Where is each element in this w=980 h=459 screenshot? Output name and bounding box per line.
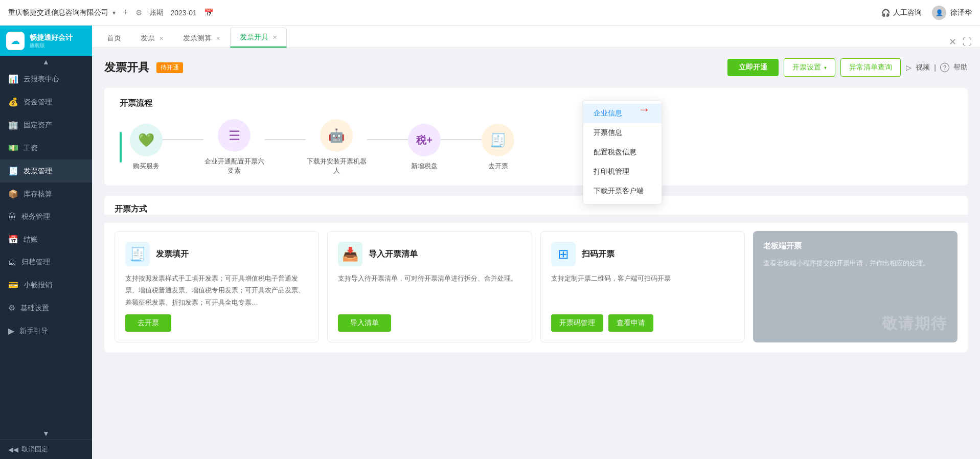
basic-settings-icon: ⚙ [8,303,15,313]
tab-close-button[interactable]: ✕ [949,36,956,48]
owner-overlay-text: 敬请期待 [882,313,947,334]
owner-title: 老板端开票 [763,241,802,251]
tax-icon: 🏛 [8,212,16,221]
logo-icon: ☁ [6,32,25,50]
activate-button[interactable]: 立即开通 [727,59,779,76]
import-list-button[interactable]: 导入清单 [338,314,391,332]
consult-button[interactable]: 🎧 人工咨询 [881,8,922,17]
qr-icon: ⊞ [551,242,576,266]
fill-go-button[interactable]: 去开票 [125,314,171,332]
sidebar-scroll-down[interactable]: ▼ [0,428,92,439]
step-3-icon: 税+ [416,133,432,147]
settings-dropdown-button[interactable]: 开票设置 ▾ [784,58,835,77]
import-icon: 📥 [338,242,362,266]
tab-invoice-calc[interactable]: 发票测算 ✕ [173,29,230,48]
user-menu[interactable]: 👤 徐泽华 [932,6,972,20]
invoice-mgmt-icon: 🧾 [8,166,18,176]
status-badge: 待开通 [156,62,183,73]
tab-calc-close[interactable]: ✕ [216,35,220,42]
flow-title: 开票流程 [120,98,952,109]
help-label[interactable]: 帮助 [953,63,968,72]
tab-home[interactable]: 首页 [97,29,131,48]
sidebar-item-cloud-reports[interactable]: 📊 云报表中心 [0,67,92,90]
company-name: 重庆畅捷交通信息咨询有限公司 [8,8,108,17]
exception-button[interactable]: 异常清单查询 [840,58,901,77]
company-select[interactable]: 重庆畅捷交通信息咨询有限公司 ▾ [8,8,116,17]
step-1-icon: ☰ [229,128,240,144]
beginner-icon: ▶ [8,326,14,336]
add-tab-button[interactable]: + [123,7,128,18]
sidebar-item-label: 小畅报销 [24,281,52,290]
dropdown-item-download[interactable]: 下载开票客户端 [583,181,662,201]
method-card-import: 📥 导入开票清单 支持导入待开票清单，可对待开票清单进行拆分、合并处理。 导入清… [327,231,532,342]
sidebar-item-closeout[interactable]: 📅 结账 [0,228,92,251]
tab-bar: 首页 发票 ✕ 发票测算 ✕ 发票开具 ✕ ✕ ⛶ [92,26,980,48]
sidebar-item-invoice-mgmt[interactable]: 🧾 发票管理 [0,159,92,182]
sidebar-item-payroll[interactable]: 💵 工资 [0,136,92,159]
step-0-label: 购买服务 [133,162,159,171]
inventory-icon: 📦 [8,189,18,199]
logo-text: 畅捷通好会计 [30,33,73,42]
flow-section: 开票流程 💚 购买服务 ☰ [104,88,968,186]
step-1-label: 企业开通配置开票六要素 [203,157,265,175]
qr-manage-button[interactable]: 开票码管理 [551,314,603,332]
fill-desc: 支持按照发票样式手工填开发票；可开具增值税电子普通发票、增值税普通发票、增值税专… [125,272,308,308]
sidebar-unpin-button[interactable]: ◀◀ 取消固定 [0,439,92,459]
flow-step-0: 💚 购买服务 [130,124,163,171]
dropdown-item-tax-config[interactable]: 配置税盘信息 [583,143,662,162]
sidebar-item-beginner[interactable]: ▶ 新手引导 [0,319,92,342]
method-card-fill: 🧾 发票填开 支持按照发票样式手工填开发票；可开具增值税电子普通发票、增值税普通… [115,231,319,342]
sidebar-item-label: 税务管理 [21,212,50,221]
fill-icon: 🧾 [125,242,150,266]
qr-title: 扫码开票 [582,249,614,260]
settings-chevron-icon: ▾ [824,65,827,71]
sidebar-item-label: 资金管理 [24,98,52,107]
video-label[interactable]: 视频 [916,63,930,72]
sidebar-item-label: 结账 [24,235,38,244]
sidebar-item-funds[interactable]: 💰 资金管理 [0,90,92,113]
sidebar-item-archive[interactable]: 🗂 归档管理 [0,251,92,273]
sidebar-item-label: 基础设置 [20,304,49,313]
sidebar-item-basic-settings[interactable]: ⚙ 基础设置 [0,296,92,319]
payroll-icon: 💵 [8,143,18,153]
calendar-icon[interactable]: 📅 [204,8,214,17]
user-avatar-icon: 👤 [932,6,946,20]
tab-fullscreen-button[interactable]: ⛶ [963,37,972,48]
sidebar-item-label: 云报表中心 [24,75,59,84]
qr-view-button[interactable]: 查看申请 [608,314,653,332]
step-0-icon: 💚 [138,132,154,148]
fill-title: 发票填开 [156,249,189,260]
fixed-assets-icon: 🏢 [8,120,18,130]
step-3-label: 新增税盘 [411,162,438,171]
import-title: 导入开票清单 [369,249,418,260]
sidebar-item-label: 归档管理 [21,258,50,267]
play-icon[interactable]: ▷ [906,63,911,72]
dropdown-item-invoice-info[interactable]: 开票信息 [583,123,662,143]
page-title: 发票开具 [104,60,149,75]
tab-issue-close[interactable]: ✕ [272,34,277,41]
sidebar-item-inventory[interactable]: 📦 库存核算 [0,182,92,205]
dropdown-item-printer[interactable]: 打印机管理 [583,162,662,181]
account-period-label: 账期 [149,8,164,17]
sidebar-item-tax[interactable]: 🏛 税务管理 [0,205,92,228]
expense-icon: 💳 [8,280,18,290]
tab-invoice-issue[interactable]: 发票开具 ✕ [230,28,287,48]
tab-invoice-close[interactable]: ✕ [159,35,164,42]
flow-step-2: 🤖 下载并安装开票机器人 [306,119,367,175]
sidebar-item-label: 库存核算 [24,190,52,199]
sidebar-item-label: 发票管理 [24,167,52,176]
sidebar-scroll-up[interactable]: ▲ [0,56,92,67]
sidebar-item-expense[interactable]: 💳 小畅报销 [0,273,92,296]
step-4-label: 去开票 [488,162,508,171]
flow-step-3: 税+ 新增税盘 [408,124,441,171]
page-content: 发票开具 待开通 立即开通 开票设置 ▾ 异常清单查询 ▷ 视频 [92,48,980,459]
tab-invoice[interactable]: 发票 ✕ [131,29,173,48]
logo-sub: 旗舰版 [30,42,73,49]
flow-step-1: ☰ 企业开通配置开票六要素 [203,119,265,175]
sidebar-item-label: 工资 [24,144,38,153]
step-2-label: 下载并安装开票机器人 [306,157,367,175]
settings-icon[interactable]: ⚙ [135,8,142,17]
funds-icon: 💰 [8,97,18,107]
cloud-reports-icon: 📊 [8,74,18,84]
sidebar-item-fixed-assets[interactable]: 🏢 固定资产 [0,113,92,136]
